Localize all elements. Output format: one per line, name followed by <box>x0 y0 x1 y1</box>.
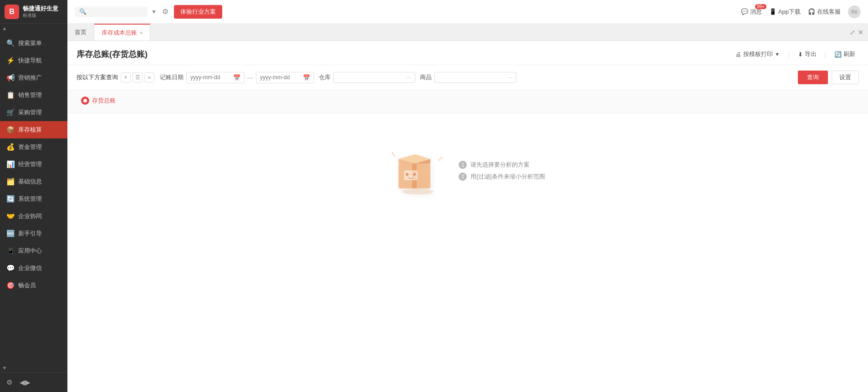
tab-inventory-ledger[interactable]: 库存成本总账 × <box>94 24 150 41</box>
sidebar-label-system: 系统管理 <box>18 195 42 203</box>
mobile-icon: 📱 <box>769 8 776 15</box>
app-title: 畅捷通好生意 <box>23 5 58 13</box>
online-support-action[interactable]: 🎧 在线客服 <box>808 8 841 16</box>
date-start-input-box[interactable]: 📅 <box>186 72 245 83</box>
sidebar-icon-wechat: 💬 <box>6 264 15 272</box>
sidebar-item-purchase[interactable]: 🛒 采购管理 <box>0 104 67 121</box>
print-icon: 🖨 <box>735 51 741 58</box>
svg-point-6 <box>413 173 416 176</box>
sidebar-label-search: 搜索菜单 <box>18 39 42 47</box>
tab-close-all-icon[interactable]: ✕ <box>858 29 863 36</box>
sidebar: B 畅捷通好生意 标准版 ▲ 🔍 搜索菜单 ⚡ 快捷导航 📢 营销推广 📋 销售… <box>0 0 67 392</box>
date-filter-group: 记账日期 📅 — 📅 <box>160 72 314 83</box>
add-scheme-btn[interactable]: + <box>121 72 131 82</box>
topbar-actions: 💬 消息 99+ 📱 App下载 🎧 在线客服 Rit <box>741 5 861 18</box>
sidebar-icon-app-center: 📱 <box>6 247 15 255</box>
export-btn[interactable]: ⬇ 导出 <box>794 48 820 60</box>
sidebar-icon-sales: 📋 <box>6 91 15 99</box>
tabs-bar: 首页 库存成本总账 × ⤢ ✕ <box>67 24 868 41</box>
sidebar-item-sales[interactable]: 📋 销售管理 <box>0 87 67 104</box>
print-btn[interactable]: 🖨 按模板打印 ▼ <box>732 48 783 60</box>
gear-icon[interactable]: ⚙ <box>162 7 168 16</box>
goods-filter-group: 商品 ··· <box>420 72 516 83</box>
search-icon: 🔍 <box>79 8 87 15</box>
sidebar-icon-purchase: 🛒 <box>6 108 15 117</box>
settings-btn[interactable]: 设置 <box>832 71 859 84</box>
sidebar-item-wechat[interactable]: 💬 企业微信 <box>0 260 67 277</box>
tab-close-icon[interactable]: × <box>140 30 143 36</box>
scroll-up-arrow[interactable]: ▲ <box>0 24 9 33</box>
search-input[interactable] <box>88 8 143 15</box>
collapse-scheme-btn[interactable]: « <box>144 72 154 82</box>
sidebar-item-system[interactable]: 🔄 系统管理 <box>0 190 67 208</box>
hint-num-2: 2 <box>459 173 467 181</box>
calendar-start-icon[interactable]: 📅 <box>233 74 240 81</box>
sidebar-item-cooperation[interactable]: 🤝 企业协同 <box>0 208 67 225</box>
sidebar-item-marketing[interactable]: 📢 营销推广 <box>0 69 67 87</box>
filter-bar: 按以下方案查询 + ☰ « 记账日期 📅 — � <box>67 65 868 90</box>
sidebar-item-search[interactable]: 🔍 搜索菜单 <box>0 35 67 52</box>
sidebar-item-member[interactable]: 🎯 畅会员 <box>0 277 67 294</box>
sidebar-item-finance[interactable]: 💰 资金管理 <box>0 138 67 156</box>
message-action[interactable]: 💬 消息 99+ <box>741 8 762 16</box>
sidebar-label-wechat: 企业微信 <box>18 264 42 272</box>
chevron-down-icon[interactable]: ▼ <box>151 9 157 15</box>
scheme-item-label: 存货总账 <box>92 97 116 105</box>
goods-more-icon[interactable]: ··· <box>508 74 512 81</box>
sidebar-item-quick-nav[interactable]: ⚡ 快捷导航 <box>0 52 67 69</box>
scheme-item-inventory-total[interactable]: 存货总账 <box>77 94 120 107</box>
scheme-panel: 存货总账 <box>67 90 868 113</box>
print-dropdown-icon[interactable]: ▼ <box>775 51 780 57</box>
sidebar-item-guide[interactable]: 🆕 新手引导 <box>0 225 67 242</box>
message-badge: 99+ <box>755 4 766 9</box>
svg-point-5 <box>406 173 408 176</box>
date-end-input-box[interactable]: 📅 <box>256 72 314 83</box>
svg-point-10 <box>441 157 443 158</box>
calendar-end-icon[interactable]: 📅 <box>303 74 310 81</box>
refresh-icon: 🔄 <box>834 51 842 58</box>
sidebar-label-operations: 经营管理 <box>18 160 42 168</box>
sidebar-icon-finance: 💰 <box>6 143 15 151</box>
sidebar-nav: 🔍 搜索菜单 ⚡ 快捷导航 📢 营销推广 📋 销售管理 🛒 采购管理 📦 库存核… <box>0 33 67 363</box>
topbar: 🔍 ▼ ⚙ 体验行业方案 💬 消息 99+ 📱 App下载 🎧 在线客服 Rit <box>67 0 868 24</box>
collapse-icon[interactable]: ◀▶ <box>20 378 31 387</box>
settings-icon[interactable]: ⚙ <box>6 378 12 387</box>
sidebar-label-cooperation: 企业协同 <box>18 212 42 220</box>
empty-state: 1 请先选择要分析的方案 2 用[过滤]条件来缩小分析范围 <box>67 113 868 232</box>
search-box[interactable]: 🔍 <box>75 6 148 17</box>
empty-hint-2: 2 用[过滤]条件来缩小分析范围 <box>459 173 545 181</box>
goods-label: 商品 <box>420 73 432 81</box>
page-header: 库存总账(存货总账) 🖨 按模板打印 ▼ | ⬇ 导出 | 🔄 刷新 <box>67 41 868 65</box>
warehouse-more-icon[interactable]: ··· <box>407 74 411 81</box>
sidebar-icon-system: 🔄 <box>6 195 15 203</box>
svg-point-9 <box>392 152 393 154</box>
warehouse-selector[interactable]: ··· <box>333 72 415 83</box>
sidebar-icon-cooperation: 🤝 <box>6 212 15 220</box>
sidebar-item-inventory[interactable]: 📦 库存核算 <box>0 121 67 138</box>
app-download-action[interactable]: 📱 App下载 <box>769 8 801 16</box>
refresh-btn[interactable]: 🔄 刷新 <box>831 48 859 60</box>
svg-point-1 <box>402 189 434 194</box>
goods-selector[interactable]: ··· <box>434 72 516 83</box>
filter-label: 按以下方案查询 <box>77 73 118 81</box>
page-header-actions: 🖨 按模板打印 ▼ | ⬇ 导出 | 🔄 刷新 <box>732 48 859 60</box>
sidebar-item-app-center[interactable]: 📱 应用中心 <box>0 242 67 260</box>
query-btn[interactable]: 查询 <box>798 71 828 84</box>
hint-num-1: 1 <box>459 161 467 169</box>
sidebar-item-basic-info[interactable]: 🗂️ 基础信息 <box>0 173 67 190</box>
tab-expand-icon[interactable]: ⤢ <box>850 29 855 36</box>
date-start-input[interactable] <box>190 74 231 81</box>
tab-home[interactable]: 首页 <box>67 24 94 41</box>
empty-hint-1: 1 请先选择要分析的方案 <box>459 161 545 169</box>
manage-scheme-btn[interactable]: ☰ <box>133 72 143 82</box>
sidebar-label-basic-info: 基础信息 <box>18 178 42 186</box>
app-subtitle: 标准版 <box>23 12 58 18</box>
sidebar-item-operations[interactable]: 📊 经营管理 <box>0 156 67 173</box>
date-end-input[interactable] <box>260 74 301 81</box>
scroll-down-arrow[interactable]: ▼ <box>0 363 9 372</box>
sidebar-icon-marketing: 📢 <box>6 74 15 82</box>
industry-btn[interactable]: 体验行业方案 <box>174 5 222 19</box>
filter-scheme-section: 按以下方案查询 + ☰ « <box>77 72 154 82</box>
user-avatar[interactable]: Rit <box>848 5 861 18</box>
date-label: 记账日期 <box>160 73 184 81</box>
